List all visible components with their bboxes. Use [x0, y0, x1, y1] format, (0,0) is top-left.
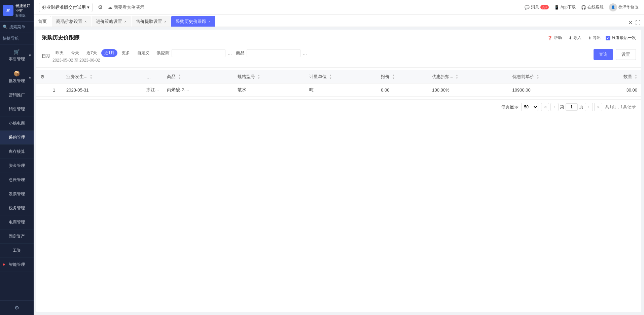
- date-btn-custom[interactable]: 自定义: [134, 49, 152, 57]
- user-menu[interactable]: 👤 徐泽华修改: [609, 3, 639, 11]
- settings-icon: ⚙: [14, 305, 19, 311]
- sidebar-item-label: 库存核算: [9, 149, 25, 154]
- sidebar-item-assets[interactable]: 固定资产: [0, 230, 34, 244]
- th-spec[interactable]: 规格型号 ▲▼: [234, 70, 305, 83]
- help-button[interactable]: ❓ 帮助: [545, 34, 564, 42]
- sidebar-settings[interactable]: ⚙: [0, 300, 34, 315]
- sidebar-item-payroll[interactable]: 工资: [0, 244, 34, 258]
- product-more-icon[interactable]: …: [302, 51, 307, 56]
- tab-price[interactable]: 商品价格设置 ×: [52, 16, 91, 27]
- tab-purchase-strategy[interactable]: 进价策略设置 ×: [92, 16, 131, 27]
- maximize-icon[interactable]: ⛶: [635, 19, 641, 27]
- th-more-cols[interactable]: …: [142, 70, 163, 83]
- sidebar-search[interactable]: 🔍 搜索菜单: [0, 22, 34, 33]
- date-filter-label: 日期: [42, 53, 50, 59]
- import-label: 导入: [573, 35, 581, 41]
- date-btn-today[interactable]: 今天: [68, 49, 82, 57]
- th-unit[interactable]: 计量单位 ▲▼: [305, 70, 377, 83]
- sidebar-item-sales[interactable]: 销售管理: [0, 102, 34, 116]
- demo-link[interactable]: ☁ 我要看实例演示: [108, 4, 144, 10]
- chevron-up-icon: ▲: [28, 75, 32, 79]
- th-gear: ⚙: [36, 70, 49, 83]
- page-unit: 页: [579, 104, 583, 110]
- page-title: 采购历史价跟踪: [42, 34, 79, 41]
- sidebar-item-wholesale[interactable]: 📦 批发管理 ▲: [0, 66, 34, 88]
- filter-actions: 查询 设置: [594, 49, 636, 60]
- tab-home[interactable]: 首页: [34, 16, 51, 27]
- page-header: 采购历史价跟踪 ❓ 帮助 ⬇ 导入 ⬆ 导出: [36, 30, 641, 45]
- close-icon[interactable]: ×: [124, 20, 126, 24]
- filter-settings-button[interactable]: 设置: [616, 49, 636, 60]
- gear-icon[interactable]: ⚙: [40, 74, 45, 79]
- export-button[interactable]: ⬆ 导出: [586, 34, 603, 42]
- page-nav: ⊲ ‹ 第 页 › ⊳: [541, 103, 602, 111]
- date-btn-yesterday[interactable]: 昨天: [52, 49, 67, 57]
- sidebar-item-invoice[interactable]: 发票管理: [0, 187, 34, 201]
- topbar-settings-icon[interactable]: ⚙: [98, 4, 103, 10]
- sidebar-item-ecommerce[interactable]: 电商管理: [0, 215, 34, 230]
- sidebar-item-purchase[interactable]: 采购管理: [0, 131, 34, 145]
- page-prev-button[interactable]: ‹: [550, 103, 559, 111]
- close-icon[interactable]: ×: [208, 20, 210, 24]
- close-icon[interactable]: ×: [84, 20, 86, 24]
- help-label: 帮助: [554, 35, 562, 41]
- page-card: 采购历史价跟踪 ❓ 帮助 ⬇ 导入 ⬆ 导出: [36, 30, 641, 312]
- th-biz-date[interactable]: 业务发生... ▲▼: [62, 70, 142, 83]
- sidebar-item-tax[interactable]: 税务管理: [0, 201, 34, 215]
- messages-button[interactable]: 💬 消息 99+: [525, 4, 549, 10]
- tab-purchase-history[interactable]: 采购历史价跟踪 ×: [171, 16, 215, 27]
- td-discount: 100.00%: [428, 83, 508, 97]
- per-page-select[interactable]: 50 10 20 100: [521, 103, 538, 111]
- tab-sale-price[interactable]: 售价提取设置 ×: [132, 16, 171, 27]
- page-next-button[interactable]: ›: [585, 103, 593, 111]
- product-input[interactable]: [247, 49, 300, 57]
- online-service-button[interactable]: 🎧 在线客服: [581, 4, 604, 10]
- th-discount[interactable]: 优惠折扣... ▲▼: [428, 70, 508, 83]
- sidebar-item-marketing[interactable]: 营销推广: [0, 88, 34, 102]
- th-quoted-price[interactable]: 报价 ▲▼: [377, 70, 428, 83]
- query-button[interactable]: 查询: [594, 49, 613, 60]
- sidebar-item-general-ledger[interactable]: 总账管理: [0, 173, 34, 187]
- app-download-label: App下载: [561, 4, 576, 10]
- supplier-filter-group: 供应商 …: [156, 49, 232, 57]
- sidebar-quick-nav[interactable]: 快捷导航: [0, 33, 34, 44]
- version-label: 好业财标准版交付试用: [42, 4, 86, 10]
- th-pre-discount-price[interactable]: 优惠前单价 ▲▼: [508, 70, 590, 83]
- retail-icon: 🛒: [13, 48, 20, 55]
- sidebar-item-finance[interactable]: 资金管理: [0, 159, 34, 173]
- date-btn-last1m[interactable]: 近1月: [101, 49, 118, 57]
- messages-label: 消息: [531, 4, 539, 10]
- version-selector[interactable]: 好业财标准版交付试用 ▾: [39, 3, 93, 12]
- th-product[interactable]: 商品 ▲▼: [163, 70, 234, 83]
- sidebar-logo: 财 畅捷通好业财 标准版: [0, 0, 34, 22]
- th-quantity[interactable]: 数量 ▲▼: [590, 70, 641, 83]
- page-first-button[interactable]: ⊲: [541, 103, 549, 111]
- sidebar-item-ecommerce-small[interactable]: 小畅电商: [0, 116, 34, 131]
- app-download-button[interactable]: 📱 App下载: [554, 4, 576, 10]
- cloud-icon: ☁: [108, 5, 112, 10]
- date-btn-last7[interactable]: 近7天: [83, 49, 100, 57]
- tabbar: 首页 商品价格设置 × 进价策略设置 × 售价提取设置 × 采购历史价跟踪 × …: [34, 15, 644, 27]
- supplier-input[interactable]: [172, 49, 225, 57]
- supplier-more-icon[interactable]: …: [227, 51, 232, 56]
- only-last-checkbox[interactable]: 只看最后一次: [606, 35, 636, 41]
- sidebar-item-inventory[interactable]: 库存核算: [0, 145, 34, 159]
- th-seq: [49, 70, 62, 83]
- minimize-icon[interactable]: ✕: [628, 19, 633, 27]
- table-wrap: ⚙ 业务发生... ▲▼ …: [36, 70, 641, 97]
- app-sub: 标准版: [15, 13, 31, 18]
- import-button[interactable]: ⬇ 导入: [567, 34, 583, 42]
- sidebar-item-smart[interactable]: 智能管理: [0, 258, 34, 272]
- sidebar-item-label: 电商管理: [9, 219, 25, 225]
- product-filter-label: 商品: [236, 50, 245, 56]
- close-icon[interactable]: ×: [164, 20, 166, 24]
- page-last-button[interactable]: ⊳: [594, 103, 602, 111]
- export-icon: ⬆: [588, 36, 592, 40]
- sort-icon: ▲▼: [537, 74, 539, 80]
- table-row[interactable]: 1 2023-05-31 浙江... 丙烯酸-2-... 散水 吨 0.00 1…: [36, 83, 641, 97]
- date-options-col: 昨天 今天 近7天 近1月 更多 自定义 2023-05-02 至 2023-0…: [52, 49, 152, 63]
- sort-icon: ▲▼: [456, 74, 458, 80]
- date-btn-more[interactable]: 更多: [119, 49, 133, 57]
- page-input[interactable]: [566, 103, 578, 111]
- sidebar-item-retail[interactable]: 🛒 零售管理 ▼: [0, 44, 34, 66]
